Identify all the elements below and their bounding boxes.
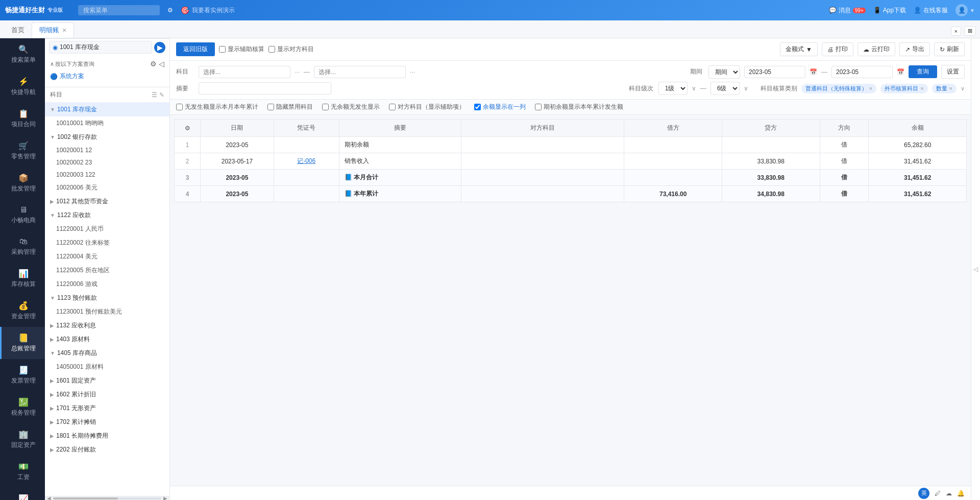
tree-item-14050001[interactable]: 14050001 原材料 [45,360,169,374]
opt-opposite-account-checkbox[interactable] [389,104,396,110]
print-button[interactable]: 🖨 打印 [822,42,853,56]
sidebar-item-tax[interactable]: 💹 税务管理 [0,391,45,423]
opt-no-transaction-checkbox[interactable] [176,104,183,110]
sidebar-item-operations[interactable]: 📈 经营管理 [0,488,45,500]
tree-item-1702[interactable]: ▶ 1702 累计摊销 [45,415,169,429]
tree-item-11220004[interactable]: 11220004 美元 [45,250,169,264]
lang-button[interactable]: 英 [918,488,929,499]
level-to-select[interactable]: 6级 [710,82,740,95]
tree-item-1701[interactable]: ▶ 1701 无形资产 [45,401,169,415]
collapse-query-button[interactable]: ∧ 按以下方案查询 [50,60,94,68]
period-type-select[interactable]: 期间 [708,65,740,79]
tree-item-1002[interactable]: ▼ 1002 银行存款 [45,130,169,144]
sidebar-item-search[interactable]: 🔍 搜索菜单 [0,38,45,70]
settings-button[interactable]: 设置 [941,65,965,79]
show-aux-checkbox[interactable] [219,46,226,53]
tree-list-icon[interactable]: ☰ [152,91,157,99]
tree-item-2202[interactable]: ▶ 2202 应付账款 [45,443,169,457]
query-system-option[interactable]: 🔵 系统方案 [50,70,164,83]
query-settings-icon[interactable]: ⚙ [150,60,157,68]
tab-detail[interactable]: 明细账 × [32,22,74,38]
tree-item-10020003[interactable]: 10020003 122 [45,169,169,181]
tree-item-1405[interactable]: ▼ 1405 库存商品 [45,346,169,360]
sidebar-item-wholesale[interactable]: 📦 批发管理 [0,167,45,199]
query-collapse-icon[interactable]: ◁ [159,60,164,68]
tag-foreign-currency-remove[interactable]: × [920,85,923,91]
tree-item-11220005[interactable]: 11220005 所在地区 [45,264,169,277]
search-input[interactable] [78,5,160,15]
account-to-more-icon[interactable]: ··· [410,68,415,76]
period-from-input[interactable] [744,66,805,78]
period-calendar-to-icon[interactable]: 📅 [897,68,904,76]
tree-item-1123[interactable]: ▼ 1123 预付账款 [45,291,169,305]
sidebar-item-ecommerce[interactable]: 🖥 小畅电商 [0,199,45,231]
tree-item-1801[interactable]: ▶ 1801 长期待摊费用 [45,429,169,443]
tree-item-1012[interactable]: ▶ 1012 其他货币资金 [45,195,169,208]
tree-item-1403[interactable]: ▶ 1403 原材料 [45,332,169,346]
account-to-input[interactable] [314,66,406,78]
demo-link[interactable]: 🎯 我要看实例演示 [181,6,235,15]
sidebar-item-purchase[interactable]: 🛍 采购管理 [0,231,45,263]
user-avatar[interactable]: 👤 ▼ [955,4,975,16]
tree-edit-icon[interactable]: ✎ [159,91,164,99]
app-download-button[interactable]: 📱 App下载 [873,6,906,15]
nav-forward-button[interactable]: ▶ [154,42,165,53]
show-opposite-checkbox[interactable] [268,46,275,53]
account-more-icon[interactable]: ··· [295,68,300,76]
bottom-notify-icon[interactable]: 🔔 [957,490,965,497]
return-old-version-button[interactable]: 返回旧版 [176,42,215,56]
tree-item-1001[interactable]: ▼ 1001 库存现金 [45,103,169,116]
period-to-input[interactable] [831,66,893,78]
sidebar-item-assets[interactable]: 🏢 固定资产 [0,423,45,456]
tree-item-1132[interactable]: ▶ 1132 应收利息 [45,319,169,332]
tag-quantity-remove[interactable]: × [949,85,952,91]
tree-item-11220006[interactable]: 11220006 游戏 [45,277,169,291]
expand-window-button[interactable]: ⊠ [964,26,976,36]
sidebar-item-invoice[interactable]: 🧾 发票管理 [0,359,45,391]
sidebar-item-funds[interactable]: 💰 资金管理 [0,295,45,327]
cloud-print-button[interactable]: ☁ 云打印 [857,42,895,56]
sidebar-item-ledger[interactable]: 📒 总账管理 [0,327,45,359]
summary-filter-input[interactable] [199,82,331,94]
tab-close-button[interactable]: × [62,27,66,34]
refresh-button[interactable]: ↻ 刷新 [934,42,965,56]
sidebar-item-salary[interactable]: 💵 工资 [0,456,45,488]
tree-item-1602[interactable]: ▶ 1602 累计折旧 [45,388,169,401]
sidebar-item-retail[interactable]: 🛒 零售管理 [0,135,45,167]
tree-item-1122[interactable]: ▼ 1122 应收款 [45,208,169,222]
message-button[interactable]: 💬 消息 99+ [829,6,866,15]
level-from-select[interactable]: 1级 2级 [658,82,688,95]
tree-item-10020001[interactable]: 10020001 12 [45,144,169,156]
tree-item-10020002[interactable]: 10020002 23 [45,156,169,169]
period-calendar-from-icon[interactable]: 📅 [810,68,817,76]
scroll-right-button[interactable]: ▶ [163,495,167,500]
tag-normal-account-remove[interactable]: × [869,85,872,91]
tree-item-1601[interactable]: ▶ 1601 固定资产 [45,374,169,388]
tree-item-11220001[interactable]: 11220001 人民币 [45,222,169,236]
tree-item-10020006[interactable]: 10020006 美元 [45,181,169,195]
close-all-button[interactable]: × [951,27,961,36]
tree-item-10010001[interactable]: 10010001 哟哟哟 [45,116,169,130]
account-filter-input[interactable] [199,66,290,78]
opt-no-balance-checkbox[interactable] [322,104,329,110]
sidebar-item-project[interactable]: 📋 项目合同 [0,103,45,135]
export-button[interactable]: ↗ 导出 [899,42,930,56]
online-service-button[interactable]: 👤 在线客服 [914,6,948,15]
tree-item-11220002[interactable]: 11220002 往来标签 [45,236,169,250]
right-collapse-panel[interactable]: ◁ [971,38,980,500]
bottom-edit-icon[interactable]: 🖊 [935,490,941,497]
bottom-cloud-icon[interactable]: ☁ [946,490,952,497]
sidebar-item-quicknav[interactable]: ⚡ 快捷导航 [0,70,45,103]
tab-home[interactable]: 首页 [4,22,32,38]
scroll-left-button[interactable]: ◀ [47,495,51,500]
tree-item-11230001[interactable]: 11230001 预付账款美元 [45,305,169,319]
amount-mode-button[interactable]: 金额式 ▼ [780,42,818,56]
account-type-down-icon[interactable]: ∨ [961,85,965,92]
opt-balance-one-col-checkbox[interactable] [474,104,481,110]
settings-icon[interactable]: ⚙ [167,7,173,14]
query-button[interactable]: 查询 [909,65,937,78]
opt-hide-disabled-checkbox[interactable] [267,104,274,110]
opt-opening-ytd-checkbox[interactable] [535,104,542,110]
voucher-link-2[interactable]: 记-006 [297,157,315,164]
sidebar-item-inventory[interactable]: 📊 库存核算 [0,263,45,295]
